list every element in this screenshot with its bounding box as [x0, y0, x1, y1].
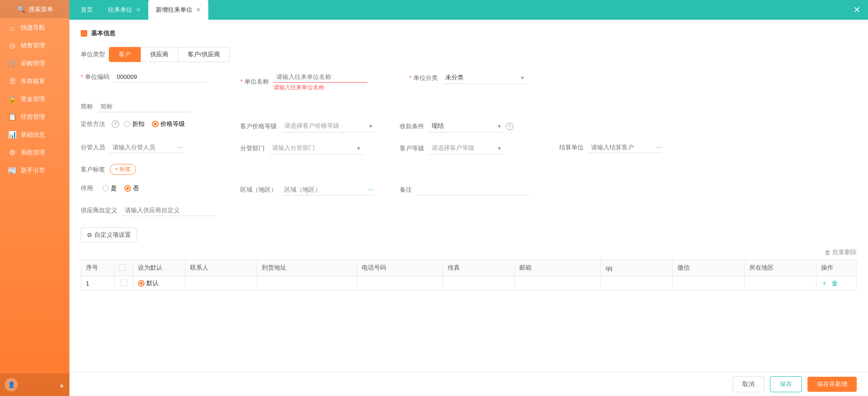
payment-terms-help-icon[interactable]: ? — [506, 123, 513, 130]
tab-home[interactable]: 首页 — [73, 0, 100, 20]
qq-input[interactable] — [606, 280, 643, 287]
unit-name-error-msg: 请输入往来单位名称 — [274, 84, 367, 92]
unit-type-row: 单位类型 客户 供应商 客户/供应商 — [81, 47, 857, 62]
sidebar-item-quick-nav[interactable]: ⌂ 快捷导航 — [0, 19, 69, 37]
select-all-checkbox[interactable] — [119, 264, 126, 271]
add-tag-btn[interactable]: + 标签 — [110, 164, 136, 175]
type-btn-both[interactable]: 客户/供应商 — [178, 47, 230, 62]
type-btn-customer[interactable]: 客户 — [109, 47, 141, 62]
disabled-yes-circle — [102, 185, 109, 192]
batch-delete-area: 🗑 批量删除 — [81, 248, 857, 256]
section-basic-info: 基本信息 — [81, 29, 857, 38]
pricing-discount-radio[interactable]: 折扣 — [124, 120, 145, 128]
cell-region — [744, 276, 816, 291]
unit-name-group: 单位名称 请输入往来单位名称 — [240, 71, 390, 92]
save-new-button[interactable]: 保存并新增 — [807, 377, 857, 392]
manager-more-btn[interactable]: ··· — [177, 143, 183, 152]
col-checkbox — [114, 260, 133, 276]
settlement-input[interactable] — [588, 142, 654, 153]
contact-table: 序号 设为默认 联系人 到货地址 电话号码 传真 邮箱 qq 微信 所在地区 — [81, 259, 857, 291]
tab-partner-list[interactable]: 往来单位 ✕ — [100, 0, 148, 20]
pricing-help-icon[interactable]: ? — [112, 120, 119, 128]
remark-input[interactable] — [417, 184, 529, 195]
manager-label: 分管人员 — [81, 143, 105, 152]
bottom-bar: 取消 保存 保存并新增 — [69, 372, 868, 396]
batch-delete-label[interactable]: 批量删除 — [832, 248, 857, 256]
region-input[interactable] — [282, 184, 366, 195]
pricing-level-radio[interactable]: 价格等级 — [152, 120, 185, 128]
unit-name-label: 单位名称 — [240, 78, 269, 86]
save-button[interactable]: 保存 — [770, 376, 802, 392]
close-partner-list-tab[interactable]: ✕ — [136, 7, 141, 13]
fax-input[interactable] — [448, 280, 485, 287]
disabled-yes-label: 是 — [111, 184, 117, 193]
customer-level-select[interactable]: 请选择客户等级 ▾ — [429, 142, 504, 155]
custom-settings-btn[interactable]: ⚙ 自定义项设置 — [81, 227, 137, 242]
sidebar-item-finance[interactable]: 🔒 资金管理 — [0, 90, 69, 108]
address-input[interactable] — [262, 280, 318, 287]
sidebar-item-basic-info[interactable]: 📊 基础信息 — [0, 126, 69, 144]
pricing-level-label: 价格等级 — [160, 120, 185, 128]
main-area: 首页 往来单位 ✕ 新增往来单位 ✕ ✕ 基本信息 单位类型 客户 供应商 客户… — [69, 0, 868, 396]
supplier-custom-input[interactable] — [122, 205, 216, 216]
payment-terms-chevron-icon: ▾ — [498, 123, 501, 130]
search-icon: 🔍 — [17, 5, 26, 14]
sidebar-item-label: 快捷导航 — [21, 23, 45, 32]
cell-fax — [443, 276, 515, 291]
row-checkbox[interactable] — [121, 280, 127, 286]
guide-icon: 📰 — [8, 166, 17, 175]
tab-new-partner[interactable]: 新增往来单位 ✕ — [148, 0, 208, 20]
email-input[interactable] — [519, 280, 566, 287]
col-contact: 联系人 — [185, 260, 257, 276]
sidebar-footer: 👤 ▲ — [0, 373, 69, 396]
sidebar-item-label: 经营管理 — [21, 113, 45, 121]
department-select[interactable]: 请输入分管部门 ▾ — [269, 142, 363, 155]
default-radio[interactable]: 默认 — [138, 279, 180, 287]
col-region: 所在地区 — [744, 260, 816, 276]
wechat-input[interactable] — [678, 280, 715, 287]
row-region-input[interactable] — [749, 280, 787, 287]
close-new-partner-tab[interactable]: ✕ — [196, 7, 201, 13]
department-placeholder: 请输入分管部门 — [272, 144, 355, 152]
customer-price-level-group: 客户价格等级 请选择客户价格等级 ▾ — [240, 120, 381, 132]
region-more-btn[interactable]: ··· — [368, 186, 374, 194]
col-wechat: 微信 — [672, 260, 744, 276]
customer-price-level-select[interactable]: 请选择客户价格等级 ▾ — [282, 120, 375, 132]
department-chevron-icon: ▾ — [357, 145, 360, 152]
unit-name-input[interactable] — [274, 71, 367, 83]
sidebar-item-purchase[interactable]: 🛒 采购管理 — [0, 54, 69, 72]
disabled-yes-radio[interactable]: 是 — [102, 184, 117, 193]
cancel-button[interactable]: 取消 — [732, 376, 764, 392]
search-menu-btn[interactable]: 🔍 搜索菜单 — [0, 0, 69, 19]
unit-category-select[interactable]: 未分类 ▾ — [442, 71, 527, 84]
disabled-no-radio[interactable]: 否 — [124, 184, 139, 193]
add-row-icon[interactable]: ＋ — [821, 279, 828, 287]
tab-bar-close-btn[interactable]: ✕ — [850, 5, 864, 15]
short-name-input[interactable] — [98, 101, 191, 112]
unit-type-label: 单位类型 — [81, 50, 105, 59]
settlement-more-btn[interactable]: ··· — [656, 143, 662, 152]
sidebar-item-operations[interactable]: 📋 经营管理 — [0, 108, 69, 126]
bag-icon: 🛒 — [8, 59, 17, 68]
contact-input[interactable] — [190, 280, 228, 287]
pricing-method-group: 定价方法 ? 折扣 价格等级 — [81, 120, 221, 128]
sidebar-item-inventory[interactable]: ☰ 库存核算 — [0, 72, 69, 90]
region-group: 区域（地区） ··· — [240, 184, 381, 195]
sidebar-item-guide[interactable]: 📰 新手引导 — [0, 162, 69, 179]
payment-terms-select[interactable]: 现结 ▾ — [429, 120, 504, 132]
cell-qq — [601, 276, 672, 291]
unit-code-input[interactable] — [114, 71, 208, 83]
type-btn-supplier[interactable]: 供应商 — [141, 47, 178, 62]
sidebar-item-sales[interactable]: ◎ 销售管理 — [0, 37, 69, 54]
pricing-discount-radio-circle — [124, 121, 130, 127]
delete-row-icon[interactable]: 🗑 — [831, 280, 838, 287]
tab-home-label: 首页 — [81, 6, 93, 14]
sidebar-item-system[interactable]: ⚙ 系统管理 — [0, 144, 69, 162]
settlement-input-wrap: ··· — [588, 142, 662, 153]
settlement-unit-group: 结算单位 ··· — [559, 142, 700, 153]
pricing-level-radio-circle — [152, 121, 159, 127]
phone-input[interactable] — [362, 280, 409, 287]
manager-input[interactable] — [110, 142, 175, 153]
pricing-radio-group: 折扣 价格等级 — [124, 120, 185, 128]
sidebar-item-label: 新手引导 — [21, 166, 45, 175]
